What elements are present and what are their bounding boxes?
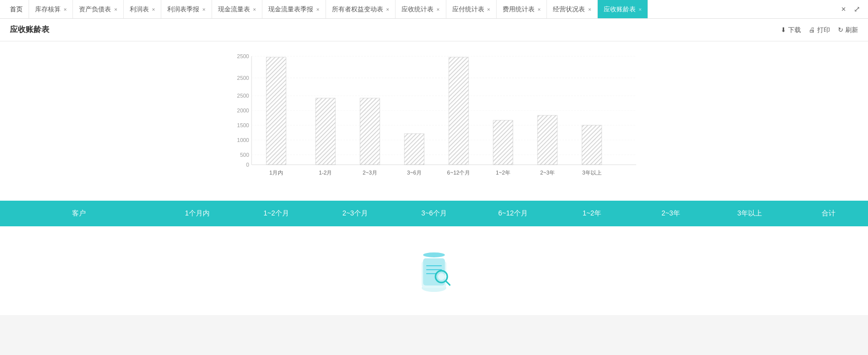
svg-text:500: 500 bbox=[240, 152, 249, 158]
print-icon: 🖨 bbox=[809, 26, 815, 34]
tab-expense-label: 费用统计表 bbox=[503, 5, 535, 14]
bar-3year-plus bbox=[582, 125, 602, 165]
col-3-6month: 3~6个月 bbox=[395, 209, 473, 218]
bar-chart: 2500 2500 2500 2000 1500 1000 500 0 bbox=[212, 51, 656, 189]
tab-ap-stat-close[interactable]: × bbox=[487, 6, 490, 12]
tab-profit-quarter-label: 利润表季报 bbox=[167, 5, 199, 14]
tab-profit-quarter-close[interactable]: × bbox=[202, 6, 205, 12]
svg-text:2500: 2500 bbox=[237, 75, 249, 81]
tab-home-label: 首页 bbox=[10, 5, 23, 14]
refresh-button[interactable]: ↻ 刷新 bbox=[838, 26, 858, 35]
tab-inventory[interactable]: 库存核算 × bbox=[29, 0, 73, 19]
download-label: 下载 bbox=[788, 26, 801, 35]
svg-rect-28 bbox=[423, 258, 445, 285]
print-label: 打印 bbox=[817, 26, 830, 35]
page-actions: ⬇ 下载 🖨 打印 ↻ 刷新 bbox=[781, 26, 858, 35]
print-button[interactable]: 🖨 打印 bbox=[809, 26, 830, 35]
tab-ar-aging[interactable]: 应收账龄表 × bbox=[598, 0, 648, 19]
tab-cashflow-quarter-close[interactable]: × bbox=[316, 6, 319, 12]
bar-1month bbox=[266, 57, 286, 165]
svg-text:3年以上: 3年以上 bbox=[582, 170, 601, 176]
col-1-2month: 1~2个月 bbox=[237, 209, 316, 218]
tab-operation[interactable]: 经营状况表 × bbox=[547, 0, 597, 19]
svg-text:6~12个月: 6~12个月 bbox=[447, 170, 470, 176]
page-title: 应收账龄表 bbox=[10, 25, 49, 35]
empty-state bbox=[0, 226, 868, 315]
chart-container: 2500 2500 2500 2000 1500 1000 500 0 bbox=[212, 51, 656, 191]
tab-balance-sheet-close[interactable]: × bbox=[114, 6, 117, 12]
svg-text:2~3月: 2~3月 bbox=[362, 170, 377, 176]
svg-text:1-2月: 1-2月 bbox=[319, 170, 332, 176]
bar-2-3month bbox=[360, 98, 380, 165]
tab-operation-label: 经营状况表 bbox=[553, 5, 585, 14]
svg-text:0: 0 bbox=[246, 162, 249, 168]
col-2-3month: 2~3个月 bbox=[316, 209, 395, 218]
svg-text:2500: 2500 bbox=[237, 53, 249, 59]
tab-bar-actions: × ⤢ bbox=[839, 2, 864, 16]
bar-1-2month bbox=[316, 98, 335, 165]
svg-text:2~3年: 2~3年 bbox=[540, 170, 555, 176]
svg-point-35 bbox=[423, 252, 445, 257]
tab-cashflow-quarter-label: 现金流量表季报 bbox=[268, 5, 313, 14]
tab-ap-stat[interactable]: 应付统计表 × bbox=[446, 0, 497, 19]
tab-profit-label: 利润表 bbox=[130, 5, 149, 14]
tab-equity-close[interactable]: × bbox=[386, 6, 389, 12]
expand-window-icon[interactable]: ⤢ bbox=[852, 2, 862, 16]
tab-profit-close[interactable]: × bbox=[152, 6, 155, 12]
tab-cashflow-quarter[interactable]: 现金流量表季报 × bbox=[262, 0, 326, 19]
chart-area: 2500 2500 2500 2000 1500 1000 500 0 bbox=[0, 41, 868, 201]
tab-equity-label: 所有者权益变动表 bbox=[332, 5, 383, 14]
col-total: 合计 bbox=[789, 209, 868, 218]
bar-2-3year bbox=[538, 115, 557, 165]
col-3year-plus: 3年以上 bbox=[710, 209, 789, 218]
bar-3-6month bbox=[404, 134, 424, 165]
col-1month: 1个月内 bbox=[158, 209, 237, 218]
empty-icon bbox=[409, 246, 459, 295]
tab-cashflow-close[interactable]: × bbox=[253, 6, 256, 12]
main-content: 2500 2500 2500 2000 1500 1000 500 0 bbox=[0, 41, 868, 315]
tab-ap-stat-label: 应付统计表 bbox=[452, 5, 484, 14]
svg-text:1月内: 1月内 bbox=[269, 170, 283, 176]
bar-6-12month bbox=[449, 57, 469, 165]
svg-text:1000: 1000 bbox=[237, 137, 249, 143]
tab-ar-aging-close[interactable]: × bbox=[639, 6, 642, 12]
svg-text:3~6月: 3~6月 bbox=[407, 170, 422, 176]
tab-ar-stat-label: 应收统计表 bbox=[401, 5, 434, 14]
empty-illustration bbox=[409, 246, 459, 295]
tab-ar-stat-close[interactable]: × bbox=[436, 6, 439, 12]
tab-profit[interactable]: 利润表 × bbox=[124, 0, 161, 19]
table-header: 客户 1个月内 1~2个月 2~3个月 3~6个月 6~12个月 1~2年 2~… bbox=[0, 201, 868, 226]
svg-line-34 bbox=[446, 281, 450, 285]
col-2-3year: 2~3年 bbox=[631, 209, 710, 218]
svg-text:1~2年: 1~2年 bbox=[496, 170, 510, 176]
tab-balance-sheet-label: 资产负债表 bbox=[79, 5, 111, 14]
tab-ar-aging-label: 应收账龄表 bbox=[604, 5, 636, 14]
tab-inventory-label: 库存核算 bbox=[35, 5, 61, 14]
download-button[interactable]: ⬇ 下载 bbox=[781, 26, 801, 35]
svg-text:2000: 2000 bbox=[237, 107, 249, 113]
tab-expense[interactable]: 费用统计表 × bbox=[497, 0, 547, 19]
tab-balance-sheet[interactable]: 资产负债表 × bbox=[73, 0, 123, 19]
bar-1-2year bbox=[493, 120, 513, 165]
tab-equity[interactable]: 所有者权益变动表 × bbox=[326, 0, 396, 19]
tab-cashflow-label: 现金流量表 bbox=[218, 5, 250, 14]
svg-text:2500: 2500 bbox=[237, 93, 249, 99]
tab-inventory-close[interactable]: × bbox=[64, 6, 67, 12]
download-icon: ⬇ bbox=[781, 26, 786, 34]
tab-ar-stat[interactable]: 应收统计表 × bbox=[396, 0, 446, 19]
col-1-2year: 1~2年 bbox=[552, 209, 631, 218]
close-window-icon[interactable]: × bbox=[839, 3, 848, 16]
col-customer: 客户 bbox=[0, 209, 158, 218]
refresh-label: 刷新 bbox=[845, 26, 858, 35]
page-header: 应收账龄表 ⬇ 下载 🖨 打印 ↻ 刷新 bbox=[0, 19, 868, 41]
svg-text:1500: 1500 bbox=[237, 122, 249, 128]
refresh-icon: ↻ bbox=[838, 26, 843, 34]
tab-bar: 首页 库存核算 × 资产负债表 × 利润表 × 利润表季报 × 现金流量表 × … bbox=[0, 0, 868, 19]
svg-point-33 bbox=[438, 273, 445, 280]
col-6-12month: 6~12个月 bbox=[473, 209, 552, 218]
tab-home[interactable]: 首页 bbox=[4, 0, 29, 19]
tab-cashflow[interactable]: 现金流量表 × bbox=[212, 0, 262, 19]
tab-operation-close[interactable]: × bbox=[588, 6, 591, 12]
tab-profit-quarter[interactable]: 利润表季报 × bbox=[161, 0, 212, 19]
tab-expense-close[interactable]: × bbox=[538, 6, 541, 12]
